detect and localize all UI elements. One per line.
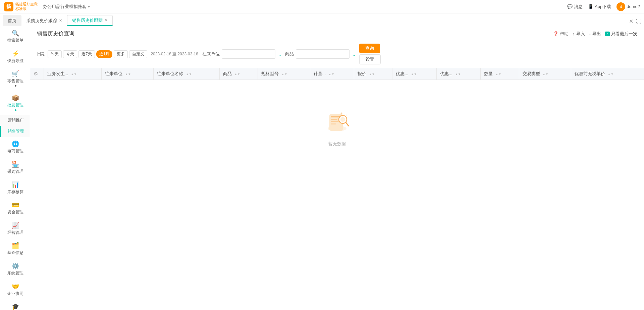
sort-arrows-spec: ▲▼ [281, 72, 287, 76]
sidebar-item-search-menu[interactable]: 🔍 搜索菜单 [0, 26, 30, 47]
sort-arrows-qty: ▲▼ [495, 72, 501, 76]
col-quoted-price-label: 报价 [358, 71, 366, 76]
sidebar-item-purchase[interactable]: 🏪 采购管理 [0, 157, 30, 178]
sidebar-quick-nav-label: 快捷导航 [7, 58, 23, 64]
sort-arrows-unit: ▲▼ [328, 72, 334, 76]
date-btn-more[interactable]: 更多 [114, 50, 128, 58]
col-goods[interactable]: 商品 ▲▼ [219, 68, 258, 80]
sidebar-item-sys-mgmt[interactable]: ⚙️ 系统管理 [0, 259, 30, 279]
sidebar-item-wholesale[interactable]: 📦 批发管理 ▴ [0, 91, 30, 115]
tab-sales-label: 销售历史价跟踪 [72, 17, 103, 23]
maximize-btn[interactable]: ⛶ [636, 18, 641, 24]
top-bar: 畅 畅捷通好生意 标准版 办公用品行业模拟账套 ▾ 💬 消息 📱 App下载 d… [0, 0, 644, 13]
tab-home-label: 首页 [8, 18, 16, 24]
goods-input[interactable] [296, 49, 350, 59]
retail-icon: 🛒 [12, 70, 19, 78]
table-settings-gear-icon[interactable]: ⚙ [34, 71, 38, 76]
date-range-text: 2023-02-18 至 2023-03-18 [151, 51, 198, 57]
sidebar-item-sales-mgmt[interactable]: 销售管理 [0, 126, 30, 137]
message-btn[interactable]: 💬 消息 [567, 4, 583, 10]
svg-rect-4 [331, 121, 339, 122]
close-tab-btn[interactable]: ✕ [629, 18, 633, 24]
date-btn-7days[interactable]: 近7天 [78, 50, 95, 58]
wholesale-icon: 📦 [12, 94, 19, 102]
sort-arrows-discount2: ▲▼ [455, 72, 461, 76]
sort-arrows-trade: ▲▼ [542, 72, 548, 76]
col-quoted-price[interactable]: 报价 ▲▼ [354, 68, 392, 80]
top-bar-right: 💬 消息 📱 App下载 d demo2 [567, 2, 640, 11]
col-spec[interactable]: 规格型号 ▲▼ [258, 68, 310, 80]
dropdown-chevron-icon[interactable]: ▾ [88, 4, 90, 9]
filter-actions: 查询 设置 [359, 44, 381, 64]
sidebar-item-new-guide[interactable]: 🎓 新手引导 [0, 300, 30, 310]
col-partner-code[interactable]: 往来单位 ▲▼ [102, 68, 154, 80]
svg-rect-2 [331, 116, 340, 117]
sidebar-item-ecommerce[interactable]: 🌐 电商管理 [0, 137, 30, 157]
col-quantity[interactable]: 数量 ▲▼ [481, 68, 519, 80]
col-partner-name[interactable]: 往来单位名称 ▲▼ [154, 68, 219, 80]
tab-bar-actions: ✕ ⛶ [629, 18, 641, 26]
only-last-checkbox[interactable]: ✓ 只看最后一次 [605, 31, 637, 37]
sidebar-item-retail[interactable]: 🛒 零售管理 ▾ [0, 67, 30, 91]
sidebar-purchase-label: 采购管理 [7, 169, 23, 174]
content-area: 销售历史价查询 ❓ 帮助 ↑ 导入 ↓ 导出 ✓ 只看最后一次 [30, 26, 644, 310]
page-header-actions: ❓ 帮助 ↑ 导入 ↓ 导出 ✓ 只看最后一次 [553, 31, 637, 37]
wholesale-chevron-icon: ▴ [15, 108, 16, 111]
goods-dots[interactable]: ... [352, 52, 355, 57]
col-settings: ⚙ [30, 68, 44, 80]
date-btn-1month[interactable]: 近1月 [96, 50, 113, 58]
col-discount1[interactable]: 优惠... ▲▼ [392, 68, 436, 80]
partner-dots[interactable]: ... [277, 52, 281, 57]
finance-icon: 💳 [12, 201, 19, 209]
col-discount1-label: 优惠... [396, 71, 408, 76]
tab-home[interactable]: 首页 [3, 15, 21, 26]
date-btn-today[interactable]: 今天 [63, 50, 77, 58]
partner-input[interactable] [222, 49, 275, 59]
sidebar-search-menu-label: 搜索菜单 [7, 38, 23, 43]
help-icon: ❓ [553, 31, 558, 36]
export-icon: ↓ [589, 31, 591, 36]
sidebar-item-enterprise[interactable]: 🤝 企业协同 [0, 279, 30, 300]
search-menu-icon: 🔍 [12, 30, 19, 37]
svg-point-7 [340, 117, 345, 122]
sidebar-enterprise-label: 企业协同 [7, 291, 23, 297]
sidebar-item-base-info[interactable]: 🗂️ 基础信息 [0, 239, 30, 259]
settings-button[interactable]: 设置 [359, 54, 381, 64]
import-btn[interactable]: ↑ 导入 [573, 31, 585, 37]
sidebar-item-quick-nav[interactable]: ⚡ 快捷导航 [0, 47, 30, 67]
user-area[interactable]: d demo2 [616, 2, 640, 11]
tab-sales-close-icon[interactable]: ✕ [105, 18, 108, 22]
tab-purchase-history[interactable]: 采购历史价跟踪 ✕ [21, 15, 67, 26]
col-unit[interactable]: 计量... ▲▼ [310, 68, 354, 80]
inventory-icon: 📊 [12, 181, 19, 189]
app-download-btn[interactable]: 📱 App下载 [588, 4, 611, 10]
date-label: 日期 [37, 51, 46, 57]
col-biz-date-label: 业务发生... [47, 71, 68, 76]
retail-chevron-icon: ▾ [15, 84, 16, 88]
top-bar-left: 畅 畅捷通好生意 标准版 办公用品行业模拟账套 ▾ [4, 2, 90, 11]
date-btn-custom[interactable]: 自定义 [129, 50, 147, 58]
sidebar-item-inventory[interactable]: 📊 库存核算 [0, 178, 30, 198]
col-pre-tax[interactable]: 优惠前无税单价 ▲▼ [571, 68, 644, 80]
help-btn[interactable]: ❓ 帮助 [553, 31, 569, 37]
sort-arrows-goods: ▲▼ [234, 72, 240, 76]
enterprise-icon: 🤝 [12, 283, 19, 290]
tab-sales-history[interactable]: 销售历史价跟踪 ✕ [67, 15, 113, 26]
col-biz-date[interactable]: 业务发生... ▲▼ [44, 68, 102, 80]
page-title: 销售历史价查询 [37, 30, 74, 37]
export-btn[interactable]: ↓ 导出 [589, 31, 601, 37]
tab-purchase-close-icon[interactable]: ✕ [59, 19, 62, 22]
logo-icon: 畅 [4, 2, 13, 11]
sidebar-item-marketing[interactable]: 营销推广 [0, 115, 30, 126]
col-trade-type[interactable]: 交易类型 ▲▼ [519, 68, 571, 80]
sys-mgmt-icon: ⚙️ [12, 262, 19, 270]
sidebar-item-ops[interactable]: 📈 经营管理 [0, 218, 30, 239]
base-info-icon: 🗂️ [12, 242, 19, 249]
empty-state: 暂无数据 [30, 80, 644, 174]
sidebar-item-finance[interactable]: 💳 资金管理 [0, 198, 30, 218]
col-discount2[interactable]: 优惠... ▲▼ [436, 68, 480, 80]
query-button[interactable]: 查询 [359, 44, 380, 53]
ecommerce-icon: 🌐 [12, 140, 19, 148]
empty-text: 暂无数据 [328, 141, 346, 147]
date-btn-yesterday[interactable]: 昨天 [48, 50, 62, 58]
